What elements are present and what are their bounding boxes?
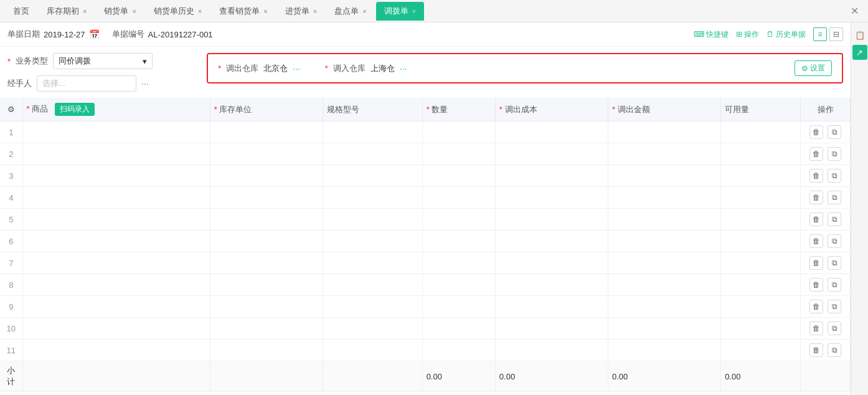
layout-grid-icon[interactable]: ⊟ <box>829 27 843 41</box>
amount-cell[interactable] <box>608 187 720 209</box>
unit-cell[interactable] <box>210 340 323 361</box>
quantity-cell[interactable] <box>422 252 495 274</box>
unit-cell[interactable] <box>210 121 323 143</box>
close-icon[interactable]: × <box>412 7 416 15</box>
gear-column-header[interactable]: ⚙ <box>0 98 22 121</box>
tab-purchase-order[interactable]: 进货单 × <box>277 2 325 21</box>
amount-cell[interactable] <box>608 231 720 252</box>
amount-cell[interactable] <box>608 252 720 274</box>
available-cell[interactable] <box>721 209 801 231</box>
delete-icon[interactable]: 🗑 <box>809 212 823 226</box>
unit-cell[interactable] <box>210 318 323 340</box>
unit-cell[interactable] <box>210 187 323 209</box>
close-icon[interactable]: × <box>132 7 136 15</box>
cost-cell[interactable] <box>495 274 608 296</box>
copy-icon[interactable]: ⧉ <box>828 234 841 248</box>
amount-cell[interactable] <box>608 318 720 340</box>
tab-transfer-order[interactable]: 调拨单 × <box>376 2 424 21</box>
scan-button[interactable]: 扫码录入 <box>55 103 95 116</box>
product-cell[interactable] <box>22 121 210 143</box>
spec-cell[interactable] <box>323 340 422 361</box>
product-cell[interactable] <box>22 318 210 340</box>
more-icon[interactable]: ··· <box>141 79 149 88</box>
delete-icon[interactable]: 🗑 <box>809 147 823 161</box>
layout-list-icon[interactable]: ≡ <box>813 27 827 41</box>
sidebar-expand-icon[interactable]: ↗ <box>852 45 867 60</box>
close-icon[interactable]: × <box>313 7 317 15</box>
operations-button[interactable]: ⊞ 操作 <box>736 29 759 40</box>
product-cell[interactable] <box>22 296 210 318</box>
settings-button[interactable]: ⚙ 设置 <box>795 60 832 76</box>
available-cell[interactable] <box>721 187 801 209</box>
cost-cell[interactable] <box>495 252 608 274</box>
quick-key-button[interactable]: ⌨ 快捷键 <box>694 29 729 40</box>
unit-cell[interactable] <box>210 143 323 165</box>
copy-icon[interactable]: ⧉ <box>828 256 841 270</box>
tab-home[interactable]: 首页 <box>5 2 37 21</box>
available-cell[interactable] <box>721 340 801 361</box>
tab-view-sales[interactable]: 查看销货单 × <box>211 2 275 21</box>
cost-cell[interactable] <box>495 209 608 231</box>
spec-cell[interactable] <box>323 165 422 187</box>
product-cell[interactable] <box>22 143 210 165</box>
close-icon[interactable]: × <box>362 7 366 15</box>
available-cell[interactable] <box>721 165 801 187</box>
quantity-cell[interactable] <box>422 121 495 143</box>
copy-icon[interactable]: ⧉ <box>828 212 841 226</box>
amount-cell[interactable] <box>608 274 720 296</box>
available-cell[interactable] <box>721 252 801 274</box>
copy-icon[interactable]: ⧉ <box>828 125 841 139</box>
product-cell[interactable] <box>22 252 210 274</box>
product-cell[interactable] <box>22 231 210 252</box>
tab-sales-order[interactable]: 销货单 × <box>96 2 144 21</box>
available-cell[interactable] <box>721 318 801 340</box>
tab-sales-history[interactable]: 销货单历史 × <box>146 2 210 21</box>
copy-icon[interactable]: ⧉ <box>828 300 841 313</box>
delete-icon[interactable]: 🗑 <box>809 191 823 204</box>
quantity-cell[interactable] <box>422 318 495 340</box>
close-icon[interactable]: × <box>198 7 202 15</box>
product-cell[interactable] <box>22 340 210 361</box>
delete-icon[interactable]: 🗑 <box>809 125 823 139</box>
amount-cell[interactable] <box>608 209 720 231</box>
copy-icon[interactable]: ⧉ <box>828 343 841 357</box>
spec-cell[interactable] <box>323 296 422 318</box>
amount-cell[interactable] <box>608 296 720 318</box>
delete-icon[interactable]: 🗑 <box>809 169 823 183</box>
spec-cell[interactable] <box>323 209 422 231</box>
history-doc-button[interactable]: 🗒 历史单据 <box>767 29 806 40</box>
quantity-cell[interactable] <box>422 231 495 252</box>
unit-cell[interactable] <box>210 252 323 274</box>
cost-cell[interactable] <box>495 296 608 318</box>
tab-inventory-count[interactable]: 盘点单 × <box>326 2 374 21</box>
unit-cell[interactable] <box>210 209 323 231</box>
product-cell[interactable] <box>22 165 210 187</box>
spec-cell[interactable] <box>323 121 422 143</box>
delete-icon[interactable]: 🗑 <box>809 321 823 335</box>
spec-cell[interactable] <box>323 252 422 274</box>
copy-icon[interactable]: ⧉ <box>828 191 841 204</box>
cost-cell[interactable] <box>495 340 608 361</box>
sidebar-list-icon[interactable]: 📋 <box>852 27 867 42</box>
more-dots-icon[interactable]: ··· <box>293 64 300 74</box>
tab-inventory-init[interactable]: 库存期初 × <box>39 2 95 21</box>
table-wrapper[interactable]: ⚙ * 商品 扫码录入 * 库存单位 规格型号 * 数量 <box>0 98 851 395</box>
quantity-cell[interactable] <box>422 274 495 296</box>
calendar-icon[interactable]: 📅 <box>89 29 100 39</box>
cost-cell[interactable] <box>495 165 608 187</box>
cost-cell[interactable] <box>495 121 608 143</box>
quantity-cell[interactable] <box>422 209 495 231</box>
available-cell[interactable] <box>721 143 801 165</box>
amount-cell[interactable] <box>608 165 720 187</box>
close-icon[interactable]: × <box>263 7 267 15</box>
quantity-cell[interactable] <box>422 296 495 318</box>
available-cell[interactable] <box>721 274 801 296</box>
product-cell[interactable] <box>22 187 210 209</box>
operator-select[interactable]: 选择... <box>37 75 136 92</box>
unit-cell[interactable] <box>210 296 323 318</box>
available-cell[interactable] <box>721 121 801 143</box>
delete-icon[interactable]: 🗑 <box>809 343 823 357</box>
copy-icon[interactable]: ⧉ <box>828 169 841 183</box>
cost-cell[interactable] <box>495 318 608 340</box>
product-cell[interactable] <box>22 209 210 231</box>
